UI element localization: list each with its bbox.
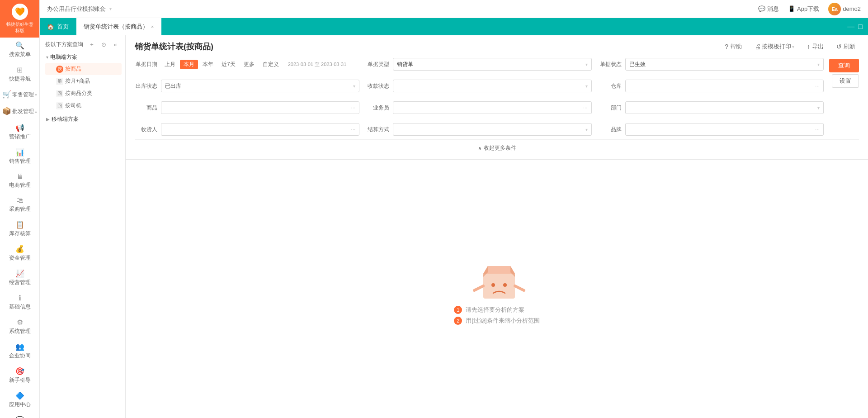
settle-label: 结算方式 (367, 126, 389, 133)
date-btn-7days[interactable]: 近7天 (218, 60, 239, 69)
settings-button[interactable]: 设置 (832, 74, 859, 88)
plan-group-desktop-header[interactable]: ▾ 电脑端方案 (43, 52, 122, 63)
user-menu-button[interactable]: Ea demo2 (828, 3, 861, 15)
sidebar-item-wechat[interactable]: 💬 企业微信 (0, 412, 39, 418)
sidebar-item-label: 经营管理 (9, 279, 31, 286)
tab-maximize-button[interactable]: □ (858, 23, 863, 30)
query-button[interactable]: 查询 (829, 59, 859, 72)
date-btn-custom[interactable]: 自定义 (259, 60, 283, 69)
collapse-left-icon: « (113, 41, 117, 48)
tab-home[interactable]: 🏠 首页 (40, 18, 76, 35)
sidebar-item-label: 采购管理 (9, 205, 31, 213)
plan-item-by-month-goods[interactable]: 册 按月+商品 (45, 75, 122, 87)
tab-minimize-button[interactable]: — (847, 23, 854, 30)
sidebar-item-finance[interactable]: 💰 资金管理 (0, 241, 39, 266)
collapse-label: 收起更多条件 (484, 144, 516, 152)
plan-item-by-driver[interactable]: 回 按司机 (45, 100, 122, 112)
plan-item-by-goods[interactable]: 按 按商品 (45, 63, 122, 75)
sidebar-item-ecommerce[interactable]: 🖥 电商管理 (0, 169, 39, 193)
sidebar-item-retail[interactable]: 🛒 零售管理 ▾ (0, 86, 39, 103)
add-plan-button[interactable]: + (87, 40, 96, 49)
collapse-panel-button[interactable]: « (111, 40, 120, 49)
collapse-filter-button[interactable]: ∧ 收起更多条件 (135, 142, 859, 154)
plan-item-icon: 回 (56, 102, 63, 109)
sidebar-item-system[interactable]: ⚙ 系统管理 (0, 314, 39, 339)
active-plan-icon: 按 (56, 66, 63, 73)
doc-status-input[interactable]: 已生效 ▾ (625, 58, 824, 71)
sidebar-item-label: 库存核算 (9, 230, 31, 238)
tab-close-button[interactable]: × (151, 24, 154, 29)
logo-icon: 🧡 (12, 4, 28, 20)
workspace-selector[interactable]: 办公用品行业模拟账套 ▾ (47, 5, 112, 13)
system-icon: ⚙ (17, 318, 23, 327)
plan-group-mobile-header[interactable]: ▶ 移动端方案 (43, 114, 122, 125)
doc-type-value: 销货单 (397, 61, 413, 68)
retail-icon: 🛒 (2, 90, 11, 99)
sidebar-item-sales[interactable]: 📊 销售管理 (0, 144, 39, 169)
doc-type-input[interactable]: 销货单 ▾ (393, 58, 591, 71)
sidebar-item-business[interactable]: 📈 经营管理 (0, 266, 39, 290)
sidebar-item-wholesale[interactable]: 📦 批发管理 ▴ (0, 103, 39, 120)
date-filter: 上月 本月 本年 近7天 更多 自定义 2023-03-01 至 2023-03… (161, 60, 346, 69)
workspace-label: 办公用品行业模拟账套 (47, 5, 106, 13)
salesman-input[interactable]: ··· (393, 101, 591, 114)
ellipsis-icon: ··· (351, 104, 355, 111)
receive-status-input[interactable]: ▾ (393, 80, 591, 92)
print-dropdown-icon: ▾ (792, 44, 794, 49)
refresh-button[interactable]: ↺ 刷新 (833, 41, 859, 52)
ecommerce-icon: 🖥 (16, 172, 24, 180)
sidebar-item-purchase[interactable]: 🛍 采购管理 (0, 193, 39, 217)
refresh-icon: ↺ (836, 43, 842, 50)
salesman-label: 业务员 (367, 104, 389, 112)
sidebar-item-search[interactable]: 🔍 搜索菜单 (0, 38, 39, 62)
brand-input[interactable]: ··· (625, 123, 824, 136)
message-button[interactable]: 💬 消息 (758, 5, 779, 13)
svg-point-5 (503, 283, 507, 287)
sidebar-item-marketing[interactable]: 📢 营销推广 (0, 120, 39, 144)
download-icon: 📱 (788, 5, 795, 12)
sidebar-item-basic[interactable]: ℹ 基础信息 (0, 290, 39, 314)
out-status-value: 已出库 (165, 82, 181, 90)
receiver-label: 收货人 (135, 126, 157, 133)
export-button[interactable]: ↑ 导出 (803, 41, 827, 52)
help-button[interactable]: ? 帮助 (721, 41, 745, 52)
plan-group-mobile: ▶ 移动端方案 (43, 114, 122, 125)
date-filter-buttons: 上月 本月 本年 近7天 更多 自定义 (161, 60, 283, 69)
print-button[interactable]: 🖨 按模板打印 ▾ (751, 41, 798, 52)
app-download-button[interactable]: 📱 App下载 (788, 5, 819, 13)
sidebar-item-label: 零售管理 (12, 91, 34, 99)
avatar: Ea (828, 3, 841, 15)
plan-item-by-category[interactable]: 回 按商品分类 (45, 87, 122, 100)
receiver-input[interactable]: ··· (161, 123, 359, 136)
empty-state: 1 请先选择要分析的方案 2 用[过滤]条件来缩小分析范围 (126, 160, 868, 418)
sidebar-item-label: 销售管理 (9, 157, 31, 165)
tab-sales-report[interactable]: 销货单统计表（按商品） × (76, 18, 161, 35)
out-status-input[interactable]: 已出库 ▾ (161, 80, 359, 92)
sidebar-item-apps[interactable]: 🔷 应用中心 (0, 388, 39, 412)
sidebar-item-guide[interactable]: 🎯 新手引导 (0, 363, 39, 388)
sidebar-item-quicknav[interactable]: ⊞ 快捷导航 (0, 62, 39, 86)
settle-input[interactable]: ▾ (393, 123, 591, 136)
plan-item-label: 按月+商品 (65, 77, 90, 85)
date-btn-this-month[interactable]: 本月 (180, 60, 198, 69)
sidebar-item-label: 应用中心 (9, 401, 31, 408)
plan-group-desktop: ▾ 电脑端方案 按 按商品 册 按月+商品 回 (43, 52, 122, 112)
doc-type-label: 单据类型 (367, 61, 389, 68)
date-btn-last-month[interactable]: 上月 (161, 60, 179, 69)
edit-plan-button[interactable]: ⊙ (99, 40, 108, 49)
warehouse-input[interactable]: ··· (625, 80, 824, 92)
sidebar-item-inventory[interactable]: 📋 库存核算 (0, 217, 39, 241)
doc-status-value: 已生效 (629, 61, 646, 68)
plan-item-label: 按商品 (65, 65, 81, 73)
date-btn-more[interactable]: 更多 (240, 60, 258, 69)
sidebar-item-corp[interactable]: 👥 企业协同 (0, 339, 39, 363)
goods-input[interactable]: ··· (161, 101, 359, 114)
hint-text-1: 请先选择要分析的方案 (466, 306, 524, 314)
department-input[interactable]: ▾ (625, 101, 824, 114)
chevron-up-icon: ▴ (35, 109, 37, 114)
search-icon: 🔍 (15, 41, 24, 50)
sidebar-item-label: 系统管理 (9, 328, 31, 335)
app-download-label: App下载 (797, 5, 819, 13)
date-btn-this-year[interactable]: 本年 (199, 60, 217, 69)
chevron-down-icon: ▾ (35, 92, 37, 97)
